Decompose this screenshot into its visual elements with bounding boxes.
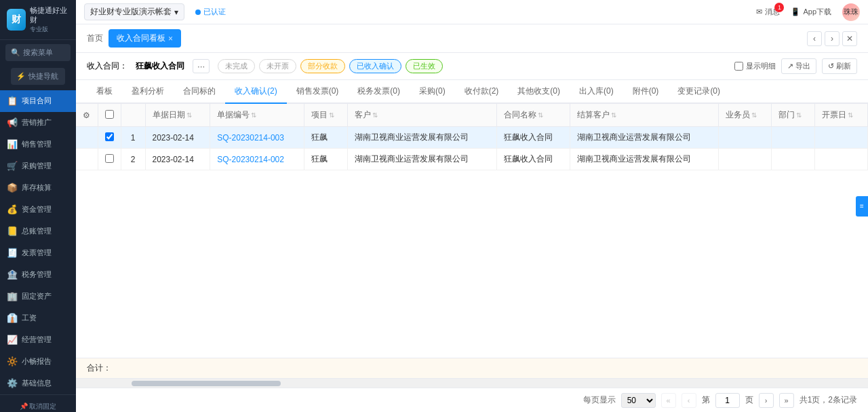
message-button[interactable]: ✉ 消息 1 bbox=[756, 7, 780, 17]
column-salesperson[interactable]: 业务员⇅ bbox=[719, 104, 772, 127]
row-check-1[interactable] bbox=[98, 149, 121, 170]
sidebar-item-project[interactable]: 📋 项目合同 bbox=[0, 90, 76, 112]
table-row[interactable]: 1 2023-02-14 SQ-20230214-003 狂飙 湖南卫视商业运营… bbox=[76, 127, 868, 149]
last-page-button[interactable]: » bbox=[779, 393, 794, 408]
contract-title: 狂飙收入合同 bbox=[136, 60, 184, 72]
active-tab-button[interactable]: 收入合同看板 × bbox=[108, 29, 181, 48]
scroll-bar-area[interactable] bbox=[76, 378, 868, 388]
gear-icon[interactable]: ⚙ bbox=[83, 111, 90, 120]
more-button[interactable]: ··· bbox=[193, 59, 210, 73]
row-project-1: 狂飙 bbox=[304, 149, 348, 170]
status-tag-未完成[interactable]: 未完成 bbox=[218, 59, 255, 73]
row-number-link-1[interactable]: SQ-20230214-002 bbox=[217, 155, 284, 164]
tab-盈利分析[interactable]: 盈利分析 bbox=[122, 80, 174, 104]
sidebar-item-basic[interactable]: ⚙️ 基础信息 bbox=[0, 373, 76, 394]
row-open-date-0 bbox=[815, 127, 868, 149]
contract-header: 收入合同： 狂飙收入合同 ··· 未完成未开票部分收款已收入确认已生效 显示明细… bbox=[76, 53, 868, 80]
row-department-0 bbox=[772, 127, 815, 149]
sidebar-item-tax[interactable]: 🏦 税务管理 bbox=[0, 264, 76, 286]
tab-合同标的[interactable]: 合同标的 bbox=[174, 80, 225, 104]
status-tag-未开票[interactable]: 未开票 bbox=[259, 59, 296, 73]
row-checkbox-1[interactable] bbox=[105, 154, 114, 163]
sidebar-item-inventory[interactable]: 📦 库存核算 bbox=[0, 177, 76, 199]
select-all-checkbox[interactable] bbox=[105, 110, 114, 119]
sidebar-item-sales[interactable]: 📊 销售管理 bbox=[0, 134, 76, 155]
nav-icon: ⚡ bbox=[16, 72, 26, 81]
sidebar-item-purchase[interactable]: 🛒 采购管理 bbox=[0, 155, 76, 177]
export-button[interactable]: ↗ 导出 bbox=[781, 58, 816, 74]
sidebar-item-ops[interactable]: 📈 经营管理 bbox=[0, 329, 76, 351]
row-number-link-0[interactable]: SQ-20230214-003 bbox=[217, 133, 284, 143]
row-check-0[interactable] bbox=[98, 127, 121, 149]
tab-采购[interactable]: 采购(0) bbox=[410, 80, 455, 104]
row-date-0: 2023-02-14 bbox=[145, 127, 210, 149]
tab-收付款[interactable]: 收付款(2) bbox=[455, 80, 509, 104]
company-selector[interactable]: 好业财专业版演示帐套 ▾ bbox=[84, 3, 184, 20]
row-checkbox-0[interactable] bbox=[105, 132, 114, 141]
column-open-date[interactable]: 开票日⇅ bbox=[815, 104, 868, 127]
tab-销售发票[interactable]: 销售发票(0) bbox=[287, 80, 349, 104]
sidebar-label-marketing: 营销推广 bbox=[22, 117, 52, 128]
row-number-0[interactable]: SQ-20230214-003 bbox=[210, 127, 304, 149]
row-settings-1[interactable] bbox=[76, 149, 98, 170]
sidebar-item-assets[interactable]: 🏢 固定资产 bbox=[0, 286, 76, 307]
avatar[interactable]: 珠珠 bbox=[842, 3, 860, 21]
sidebar-label-general: 总账管理 bbox=[22, 226, 52, 236]
sidebar-item-funds[interactable]: 💰 资金管理 bbox=[0, 199, 76, 221]
nav-close-button[interactable]: ✕ bbox=[842, 31, 857, 46]
tab-其他收支[interactable]: 其他收支(0) bbox=[508, 80, 570, 104]
nav-left-button[interactable]: ‹ bbox=[807, 31, 822, 46]
row-index-0: 1 bbox=[121, 127, 145, 149]
table-row[interactable]: 2 2023-02-14 SQ-20230214-002 狂飙 湖南卫视商业运营… bbox=[76, 149, 868, 170]
page-size-select[interactable]: 50 20 100 bbox=[621, 393, 656, 408]
side-panel-icon[interactable]: ≡ bbox=[856, 196, 868, 217]
column-department[interactable]: 部门⇅ bbox=[772, 104, 815, 127]
refresh-button[interactable]: ↺ 刷新 bbox=[822, 58, 857, 74]
sidebar-item-hr[interactable]: 👔 工资 bbox=[0, 307, 76, 329]
sidebar-item-general[interactable]: 📒 总账管理 bbox=[0, 221, 76, 242]
search-menu-button[interactable]: 🔍 搜索菜单 bbox=[5, 44, 71, 61]
sidebar-label-purchase: 采购管理 bbox=[22, 161, 52, 171]
column-contract-name[interactable]: 合同名称⇅ bbox=[496, 104, 570, 127]
column-end-customer[interactable]: 结算客户⇅ bbox=[570, 104, 719, 127]
sort-customer-icon: ⇅ bbox=[372, 111, 378, 119]
close-tab-icon[interactable]: × bbox=[168, 34, 173, 43]
row-number-1[interactable]: SQ-20230214-002 bbox=[210, 149, 304, 170]
sort-number-icon: ⇅ bbox=[251, 111, 256, 119]
column-number[interactable]: 单据编号⇅ bbox=[210, 104, 304, 127]
row-settings-0[interactable] bbox=[76, 127, 98, 149]
column-settings[interactable]: ⚙ bbox=[76, 104, 98, 127]
breadcrumb-home[interactable]: 首页 bbox=[87, 33, 103, 44]
tab-变更记录[interactable]: 变更记录(0) bbox=[668, 80, 730, 104]
sidebar-icon-hr: 👔 bbox=[7, 313, 18, 324]
app-download-button[interactable]: 📱 App下载 bbox=[791, 7, 831, 17]
tab-附件[interactable]: 附件(0) bbox=[623, 80, 669, 104]
show-detail-label[interactable]: 显示明细 bbox=[734, 58, 776, 74]
status-tag-已收入确认[interactable]: 已收入确认 bbox=[349, 59, 401, 73]
tab-税务发票[interactable]: 税务发票(0) bbox=[348, 80, 410, 104]
prev-page-button[interactable]: ‹ bbox=[682, 393, 696, 408]
page-number-input[interactable] bbox=[715, 393, 740, 408]
sidebar-item-invoice[interactable]: 🧾 发票管理 bbox=[0, 242, 76, 264]
column-date[interactable]: 单据日期⇅ bbox=[145, 104, 210, 127]
column-check[interactable] bbox=[98, 104, 121, 127]
row-customer-1: 湖南卫视商业运营发展有限公司 bbox=[348, 149, 497, 170]
status-tag-部分收款[interactable]: 部分收款 bbox=[300, 59, 345, 73]
status-tag-已生效[interactable]: 已生效 bbox=[406, 59, 443, 73]
pin-button[interactable]: 📌 取消固定 bbox=[4, 399, 72, 412]
column-customer[interactable]: 客户⇅ bbox=[348, 104, 497, 127]
column-project[interactable]: 项目⇅ bbox=[304, 104, 348, 127]
quick-nav-button[interactable]: ⚡ 快捷导航 bbox=[11, 68, 65, 85]
nav-right-button[interactable]: › bbox=[825, 31, 840, 46]
scroll-thumb[interactable] bbox=[132, 381, 281, 386]
table-area[interactable]: ⚙ 单据日期⇅ 单据编号⇅ 项目⇅ 客户⇅ 合同名称⇅ 结算客户⇅ 业务员⇅ 部… bbox=[76, 104, 868, 358]
tab-出入库[interactable]: 出入库(0) bbox=[570, 80, 623, 104]
show-detail-checkbox[interactable] bbox=[734, 62, 743, 71]
tab-收入确认[interactable]: 收入确认(2) bbox=[225, 80, 287, 104]
sidebar-label-sales: 销售管理 bbox=[22, 139, 52, 149]
first-page-button[interactable]: « bbox=[661, 393, 676, 408]
sidebar-item-report[interactable]: 🔆 小畅报告 bbox=[0, 351, 76, 373]
sidebar-item-marketing[interactable]: 📢 营销推广 bbox=[0, 112, 76, 134]
next-page-button[interactable]: › bbox=[759, 393, 774, 408]
tab-看板[interactable]: 看板 bbox=[87, 80, 122, 104]
